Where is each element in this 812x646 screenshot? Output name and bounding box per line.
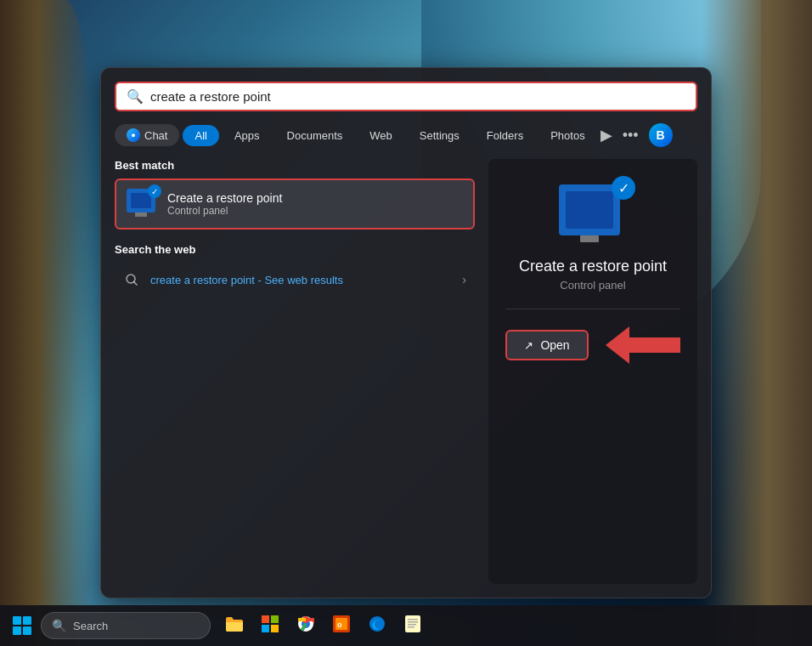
play-icon[interactable]: ▶ — [601, 126, 612, 144]
tab-documents-label: Documents — [287, 129, 343, 142]
taskbar: 🔍 Search — [0, 605, 812, 646]
right-panel-subtitle: Control panel — [560, 279, 625, 292]
win-logo-sq-2 — [23, 616, 31, 625]
start-button[interactable] — [7, 610, 37, 641]
web-result-item[interactable]: create a restore point - See web results… — [115, 264, 475, 295]
tab-chat[interactable]: ● Chat — [115, 124, 179, 146]
web-search-icon — [123, 271, 140, 288]
arrow-body — [629, 337, 680, 353]
content-area: Best match ✓ Create a restore point Cont… — [115, 159, 697, 584]
open-button-icon: ↗ — [524, 339, 533, 352]
svg-point-12 — [369, 616, 385, 632]
svg-line-1 — [134, 282, 138, 286]
red-arrow-annotation — [606, 326, 680, 364]
tab-web[interactable]: Web — [358, 125, 404, 146]
svg-rect-4 — [262, 625, 269, 632]
file-explorer-icon — [225, 615, 244, 637]
right-panel-title: Create a restore point — [519, 258, 667, 275]
svg-rect-2 — [262, 615, 269, 623]
tab-apps-label: Apps — [234, 129, 260, 142]
win-logo-sq-3 — [13, 626, 21, 635]
web-result-text: create a restore point - See web results — [150, 274, 452, 286]
taskbar-search-icon: 🔍 — [52, 619, 66, 632]
taskbar-file-explorer[interactable] — [219, 610, 250, 641]
taskbar-icons: o — [219, 610, 428, 641]
tab-all-label: All — [195, 129, 206, 142]
search-input[interactable] — [150, 89, 685, 104]
taskbar-outlook[interactable]: o — [326, 610, 357, 641]
tab-folders-label: Folders — [487, 129, 523, 142]
svg-rect-3 — [271, 615, 279, 623]
ms-store-icon — [262, 615, 279, 637]
tab-all[interactable]: All — [183, 125, 218, 146]
more-tabs-button[interactable]: ••• — [616, 125, 646, 146]
notepad-icon — [405, 615, 420, 637]
tab-photos-label: Photos — [550, 129, 584, 142]
taskbar-search[interactable]: 🔍 Search — [41, 612, 211, 639]
tab-apps[interactable]: Apps — [223, 125, 272, 146]
chat-tab-label: Chat — [144, 129, 167, 142]
svg-rect-15 — [408, 621, 418, 623]
edge-icon — [369, 615, 386, 637]
right-panel-divider — [505, 309, 680, 309]
taskbar-search-text: Search — [73, 620, 108, 632]
outlook-icon: o — [333, 615, 350, 637]
tab-photos[interactable]: Photos — [539, 125, 596, 146]
open-area: ↗ Open — [505, 326, 679, 364]
best-match-subtitle: Control panel — [167, 205, 463, 217]
best-match-info: Create a restore point Control panel — [167, 191, 463, 217]
best-match-name: Create a restore point — [167, 191, 463, 205]
web-query-text: create a restore point — [150, 274, 255, 286]
svg-text:o: o — [337, 620, 342, 629]
search-icon: 🔍 — [127, 88, 144, 105]
right-panel-app-icon: ✓ — [559, 184, 627, 244]
filter-tabs-bar: ● Chat All Apps Documents Web Settings F… — [115, 123, 697, 147]
chat-tab-icon: ● — [127, 128, 140, 142]
win-logo-sq-1 — [13, 616, 21, 625]
open-button-label: Open — [540, 338, 569, 352]
tab-settings-label: Settings — [420, 129, 460, 142]
svg-rect-16 — [408, 624, 416, 626]
windows-logo — [13, 616, 31, 635]
cliff-left — [0, 0, 93, 646]
best-match-label: Best match — [115, 159, 475, 172]
svg-rect-14 — [408, 619, 418, 620]
cliff-right — [702, 0, 812, 646]
left-panel: Best match ✓ Create a restore point Cont… — [115, 159, 488, 584]
arrow-head — [606, 326, 629, 364]
tab-folders[interactable]: Folders — [475, 125, 535, 146]
best-match-item[interactable]: ✓ Create a restore point Control panel — [115, 178, 475, 230]
win-logo-sq-4 — [23, 626, 31, 635]
svg-rect-5 — [271, 625, 279, 632]
tab-web-label: Web — [369, 129, 392, 142]
bing-icon[interactable]: B — [649, 123, 673, 147]
taskbar-edge[interactable] — [362, 610, 392, 641]
tab-documents[interactable]: Documents — [275, 125, 355, 146]
search-panel: 🔍 ● Chat All Apps Documents Web Settings… — [100, 67, 712, 598]
right-panel: ✓ Create a restore point Control panel ↗… — [488, 159, 697, 584]
web-result-arrow-icon: › — [462, 273, 466, 286]
tab-settings[interactable]: Settings — [408, 125, 471, 146]
search-web-label: Search the web — [115, 243, 475, 256]
taskbar-notepad[interactable] — [398, 610, 428, 641]
open-button[interactable]: ↗ Open — [505, 330, 588, 360]
svg-rect-17 — [408, 626, 414, 628]
taskbar-chrome[interactable] — [290, 610, 321, 641]
chrome-icon — [297, 615, 314, 637]
best-match-icon: ✓ — [127, 189, 157, 219]
search-box[interactable]: 🔍 — [115, 82, 697, 111]
taskbar-ms-store[interactable] — [255, 610, 285, 641]
web-see-results: See web results — [264, 274, 343, 286]
